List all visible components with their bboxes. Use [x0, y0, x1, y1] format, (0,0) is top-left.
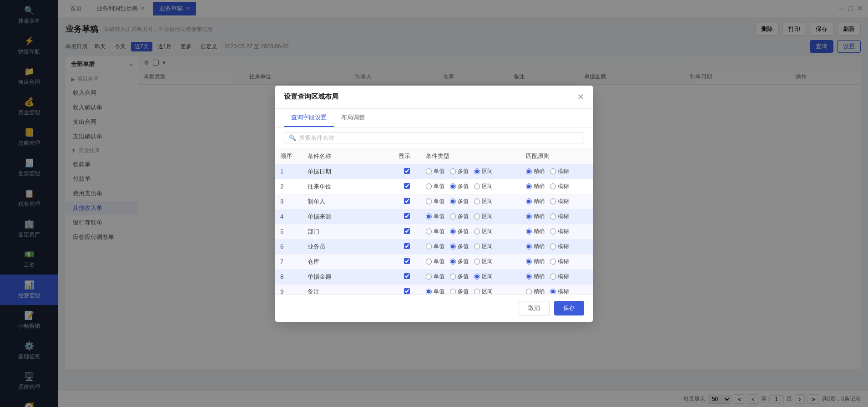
radio-fuzzy-input-1[interactable]	[550, 168, 556, 174]
row-show-1[interactable]	[393, 164, 420, 179]
row-show-8[interactable]	[393, 269, 420, 284]
radio-multi-5[interactable]: 多值	[450, 228, 469, 235]
radio-single-input-4[interactable]	[426, 214, 432, 219]
radio-range-input-1[interactable]	[474, 168, 480, 174]
radio-range-8[interactable]: 区间	[474, 273, 493, 280]
row-type-2[interactable]: 单值 多值 区间	[420, 179, 520, 194]
radio-exact-8[interactable]: 精确	[526, 273, 545, 280]
radio-exact-9[interactable]: 精确	[526, 288, 545, 294]
row-match-3[interactable]: 精确 模糊	[520, 194, 593, 209]
radio-multi-4[interactable]: 多值	[450, 213, 469, 220]
row-type-4[interactable]: 单值 多值 区间	[420, 209, 520, 224]
radio-single-input-9[interactable]	[426, 289, 432, 294]
radio-exact-input-7[interactable]	[526, 259, 532, 265]
radio-range-4[interactable]: 区间	[474, 213, 493, 220]
radio-multi-9[interactable]: 多值	[450, 288, 469, 294]
row-type-3[interactable]: 单值 多值 区间	[420, 194, 520, 209]
dialog-save-button[interactable]: 保存	[554, 301, 584, 315]
row-type-5[interactable]: 单值 多值 区间	[420, 224, 520, 239]
checkbox-show-7[interactable]	[404, 258, 410, 264]
row-type-9[interactable]: 单值 多值 区间	[420, 284, 520, 294]
radio-fuzzy-8[interactable]: 模糊	[550, 273, 569, 280]
radio-range-input-8[interactable]	[474, 274, 480, 280]
checkbox-show-8[interactable]	[404, 273, 410, 279]
radio-exact-4[interactable]: 精确	[526, 213, 545, 220]
checkbox-show-6[interactable]	[404, 243, 410, 249]
radio-fuzzy-input-5[interactable]	[550, 229, 556, 234]
row-show-2[interactable]	[393, 179, 420, 194]
tab-fields[interactable]: 查询字段设置	[284, 109, 334, 127]
radio-range-input-5[interactable]	[474, 229, 480, 234]
radio-exact-input-9[interactable]	[526, 289, 532, 294]
radio-fuzzy-input-9[interactable]	[550, 289, 556, 294]
radio-multi-input-4[interactable]	[450, 214, 456, 219]
radio-single-4[interactable]: 单值	[426, 213, 444, 220]
radio-range-input-9[interactable]	[474, 289, 480, 294]
radio-single-5[interactable]: 单值	[426, 228, 444, 235]
row-show-6[interactable]	[393, 239, 420, 254]
radio-fuzzy-5[interactable]: 模糊	[550, 228, 569, 235]
radio-range-input-3[interactable]	[474, 198, 480, 204]
radio-multi-input-8[interactable]	[450, 274, 456, 280]
radio-fuzzy-input-3[interactable]	[550, 198, 556, 204]
radio-single-input-5[interactable]	[426, 229, 432, 234]
radio-multi-input-2[interactable]	[450, 183, 456, 189]
radio-single-input-3[interactable]	[426, 198, 432, 204]
radio-multi-input-9[interactable]	[450, 289, 456, 294]
radio-fuzzy-input-6[interactable]	[550, 244, 556, 249]
checkbox-show-4[interactable]	[404, 213, 410, 219]
radio-range-9[interactable]: 区间	[474, 288, 493, 294]
radio-fuzzy-input-7[interactable]	[550, 259, 556, 265]
radio-range-2[interactable]: 区间	[474, 183, 493, 190]
radio-fuzzy-2[interactable]: 模糊	[550, 183, 569, 190]
row-show-3[interactable]	[393, 194, 420, 209]
radio-range-input-2[interactable]	[474, 183, 480, 189]
radio-exact-2[interactable]: 精确	[526, 183, 545, 190]
radio-exact-1[interactable]: 精确	[526, 168, 545, 175]
radio-exact-3[interactable]: 精确	[526, 198, 545, 205]
radio-multi-input-5[interactable]	[450, 229, 456, 234]
radio-exact-5[interactable]: 精确	[526, 228, 545, 235]
row-match-6[interactable]: 精确 模糊	[520, 239, 593, 254]
radio-exact-input-6[interactable]	[526, 244, 532, 249]
row-type-1[interactable]: 单值 多值 区间	[420, 164, 520, 179]
radio-multi-1[interactable]: 多值	[450, 168, 469, 175]
row-type-7[interactable]: 单值 多值 区间	[420, 254, 520, 269]
radio-single-input-6[interactable]	[426, 244, 432, 249]
radio-single-8[interactable]: 单值	[426, 273, 444, 280]
tab-layout[interactable]: 布局调整	[334, 109, 372, 127]
radio-fuzzy-1[interactable]: 模糊	[550, 168, 569, 175]
radio-single-9[interactable]: 单值	[426, 288, 444, 294]
checkbox-show-2[interactable]	[404, 183, 410, 189]
checkbox-show-1[interactable]	[404, 168, 410, 174]
radio-multi-input-1[interactable]	[450, 168, 456, 174]
radio-range-7[interactable]: 区间	[474, 258, 493, 265]
radio-single-2[interactable]: 单值	[426, 183, 444, 190]
radio-single-input-7[interactable]	[426, 259, 432, 265]
dialog-close-button[interactable]: ✕	[577, 92, 584, 102]
modal-overlay[interactable]: 设置查询区域布局 ✕ 查询字段设置 布局调整 🔍 顺序 条件名称 显示	[0, 0, 868, 407]
row-type-8[interactable]: 单值 多值 区间	[420, 269, 520, 284]
row-match-7[interactable]: 精确 模糊	[520, 254, 593, 269]
radio-fuzzy-input-4[interactable]	[550, 214, 556, 219]
radio-range-3[interactable]: 区间	[474, 198, 493, 205]
radio-single-6[interactable]: 单值	[426, 243, 444, 250]
radio-range-1[interactable]: 区间	[474, 168, 493, 175]
radio-range-input-7[interactable]	[474, 259, 480, 265]
radio-multi-input-7[interactable]	[450, 259, 456, 265]
row-type-6[interactable]: 单值 多值 区间	[420, 239, 520, 254]
radio-single-1[interactable]: 单值	[426, 168, 444, 175]
radio-multi-input-3[interactable]	[450, 198, 456, 204]
radio-fuzzy-4[interactable]: 模糊	[550, 213, 569, 220]
radio-fuzzy-6[interactable]: 模糊	[550, 243, 569, 250]
radio-single-input-2[interactable]	[426, 183, 432, 189]
radio-exact-input-2[interactable]	[526, 183, 532, 189]
radio-exact-6[interactable]: 精确	[526, 243, 545, 250]
radio-fuzzy-input-8[interactable]	[550, 274, 556, 280]
radio-fuzzy-3[interactable]: 模糊	[550, 198, 569, 205]
radio-exact-input-3[interactable]	[526, 198, 532, 204]
row-match-1[interactable]: 精确 模糊	[520, 164, 593, 179]
radio-fuzzy-7[interactable]: 模糊	[550, 258, 569, 265]
checkbox-show-9[interactable]	[404, 288, 410, 294]
radio-multi-8[interactable]: 多值	[450, 273, 469, 280]
